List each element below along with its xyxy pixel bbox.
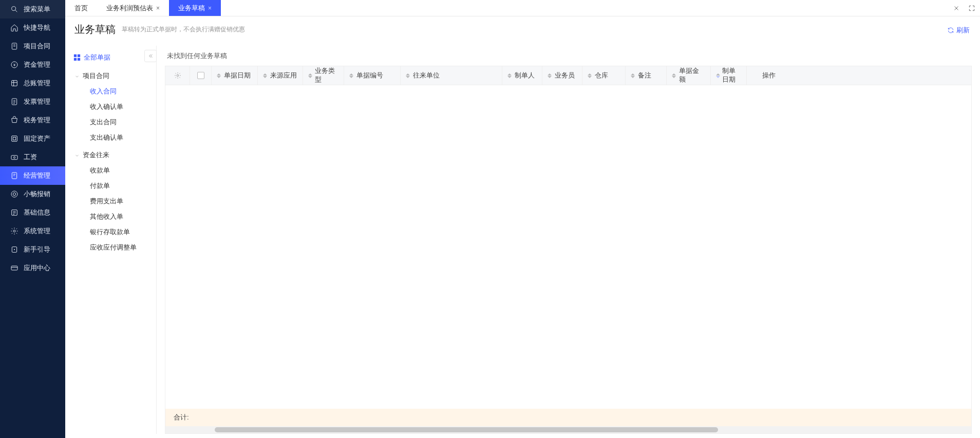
sidebar-item-money[interactable]: ¥ 资金管理 — [0, 55, 65, 74]
refresh-label: 刷新 — [956, 26, 970, 35]
svg-point-24 — [11, 191, 17, 197]
salary-icon — [10, 153, 18, 161]
scrollbar-thumb[interactable] — [215, 427, 718, 432]
col-make-date[interactable]: 制单日期 — [711, 66, 747, 85]
col-customer[interactable]: 往来单位 — [401, 66, 502, 85]
sidebar-label: 基础信息 — [24, 208, 50, 217]
column-settings-button[interactable] — [165, 66, 190, 85]
sidebar-item-asset[interactable]: 固定资产 — [0, 129, 65, 148]
sidebar-label: 税务管理 — [24, 116, 50, 125]
sort-icon — [548, 72, 553, 79]
svg-rect-17 — [12, 136, 17, 142]
tree-group-label: 资金往来 — [83, 150, 109, 160]
sidebar-label: 固定资产 — [24, 134, 50, 143]
select-all-checkbox[interactable] — [190, 66, 212, 85]
sort-icon — [716, 72, 720, 79]
col-maker[interactable]: 制单人 — [502, 66, 542, 85]
sidebar-item-info[interactable]: 基础信息 — [0, 203, 65, 222]
table-footer: 合计: — [165, 409, 971, 426]
tree-item-payment[interactable]: 付款单 — [74, 178, 152, 194]
sidebar-label: 工资 — [24, 153, 37, 162]
sidebar-label: 应用中心 — [24, 263, 50, 273]
svg-rect-19 — [11, 156, 17, 160]
col-salesperson[interactable]: 业务员 — [542, 66, 582, 85]
tab-label: 业务利润预估表 — [106, 4, 153, 13]
sidebar-item-ops[interactable]: 经营管理 — [0, 166, 65, 185]
tree-item-income-contract[interactable]: 收入合同 — [74, 84, 152, 99]
tree-item-receipt[interactable]: 收款单 — [74, 163, 152, 178]
tax-icon — [10, 116, 18, 124]
sidebar-item-ledger[interactable]: 总账管理 — [0, 74, 65, 92]
chevron-down-icon — [74, 152, 81, 158]
svg-rect-38 — [74, 58, 77, 61]
table-area: 未找到任何业务草稿 单据日期 来源应用 业务类型 单据编号 往来单位 制单人 业… — [157, 46, 980, 434]
tree-item-expense-contract[interactable]: 支出合同 — [74, 115, 152, 130]
col-note[interactable]: 备注 — [626, 66, 667, 85]
category-header-label: 全部单据 — [84, 53, 110, 62]
sidebar-item-system[interactable]: 系统管理 — [0, 222, 65, 240]
close-all-button[interactable] — [951, 3, 962, 13]
collapse-panel-button[interactable] — [144, 50, 157, 62]
main: 首页 业务利润预估表 × 业务草稿 × 业务草稿 草稿转为正式单据时，不会执行满… — [65, 0, 980, 438]
sidebar-item-salary[interactable]: 工资 — [0, 148, 65, 166]
tree-item-expense-confirm[interactable]: 支出确认单 — [74, 130, 152, 145]
col-doc-no[interactable]: 单据编号 — [344, 66, 401, 85]
page-header: 业务草稿 草稿转为正式单据时，不会执行满赠促销优惠 刷新 — [65, 16, 980, 46]
tree-group-label: 项目合同 — [83, 71, 109, 81]
sidebar-item-nav[interactable]: 快捷导航 — [0, 18, 65, 37]
sidebar-item-search[interactable]: 搜索菜单 — [0, 0, 65, 18]
ops-icon — [10, 172, 18, 180]
tree-group-header[interactable]: 资金往来 — [74, 147, 152, 163]
svg-rect-39 — [78, 58, 80, 61]
sort-icon — [507, 72, 513, 79]
tab-profit-estimate[interactable]: 业务利润预估表 × — [97, 0, 169, 16]
tree-group-contract: 项目合同 收入合同 收入确认单 支出合同 支出确认单 — [74, 68, 152, 145]
sort-icon — [406, 72, 411, 79]
col-source-app[interactable]: 来源应用 — [258, 66, 303, 85]
col-business-type[interactable]: 业务类型 — [303, 66, 344, 85]
col-amount[interactable]: 单据金额 — [667, 66, 711, 85]
svg-point-20 — [13, 157, 15, 158]
apps-icon — [10, 264, 18, 272]
search-icon — [10, 5, 18, 13]
svg-rect-10 — [12, 81, 17, 86]
tab-label: 业务草稿 — [178, 4, 205, 13]
tree-item-ar-ap-adjust[interactable]: 应收应付调整单 — [74, 240, 152, 255]
close-icon[interactable]: × — [156, 5, 160, 12]
tree-group-header[interactable]: 项目合同 — [74, 68, 152, 84]
chevron-down-icon — [74, 73, 81, 79]
ledger-icon — [10, 79, 18, 87]
sidebar-item-reimburse[interactable]: 小畅报销 — [0, 185, 65, 203]
svg-text:¥: ¥ — [13, 63, 15, 67]
tree-item-income-confirm[interactable]: 收入确认单 — [74, 99, 152, 115]
svg-rect-13 — [12, 99, 16, 105]
col-warehouse[interactable]: 仓库 — [582, 66, 626, 85]
tree-item-bank-transfer[interactable]: 银行存取款单 — [74, 224, 152, 240]
refresh-button[interactable]: 刷新 — [947, 26, 970, 35]
tabs-right-controls — [951, 0, 977, 16]
sidebar-item-invoice[interactable]: 发票管理 — [0, 92, 65, 111]
close-icon[interactable]: × — [208, 5, 212, 12]
tree-item-expense[interactable]: 费用支出单 — [74, 194, 152, 209]
sidebar-item-guide[interactable]: 新手引导 — [0, 240, 65, 259]
tab-business-draft[interactable]: 业务草稿 × — [169, 0, 221, 16]
horizontal-scrollbar[interactable] — [165, 426, 971, 433]
svg-point-31 — [14, 249, 14, 250]
checkbox-icon — [197, 72, 204, 79]
fullscreen-button[interactable] — [967, 3, 977, 13]
sidebar-label: 搜索菜单 — [24, 5, 50, 14]
sidebar-label: 系统管理 — [24, 226, 50, 236]
tab-home[interactable]: 首页 — [65, 0, 97, 16]
sidebar-item-apps[interactable]: 应用中心 — [0, 259, 65, 277]
sidebar-item-contract[interactable]: 项目合同 — [0, 37, 65, 55]
money-icon: ¥ — [10, 61, 18, 69]
sort-icon — [672, 72, 677, 79]
sort-icon — [217, 72, 222, 79]
table-header: 单据日期 来源应用 业务类型 单据编号 往来单位 制单人 业务员 仓库 备注 单… — [165, 66, 971, 85]
col-date[interactable]: 单据日期 — [212, 66, 258, 85]
svg-rect-36 — [74, 54, 77, 57]
sidebar-item-tax[interactable]: 税务管理 — [0, 111, 65, 129]
tree-item-other-income[interactable]: 其他收入单 — [74, 209, 152, 224]
svg-point-40 — [177, 74, 179, 77]
category-header-all[interactable]: 全部单据 — [65, 50, 156, 68]
